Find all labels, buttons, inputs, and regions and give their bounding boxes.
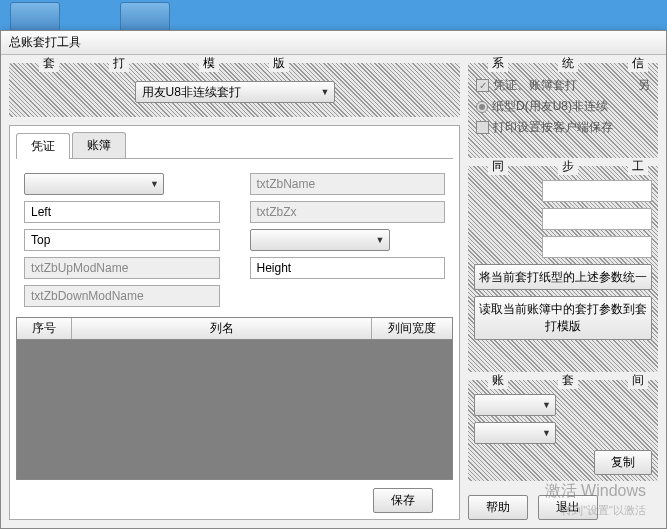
system-group: 系 统 信 ✓ 凭证、账簿套打 另 纸型D(用友U8)非连续 打印设置按客户端保… — [468, 63, 658, 158]
checkbox-taoda-label: 凭证、账簿套打 — [493, 77, 577, 94]
grid-header-colname[interactable]: 列名 — [72, 318, 372, 339]
read-params-button[interactable]: 读取当前账簿中的套打参数到套打模版 — [474, 296, 652, 340]
group-label: 套 — [558, 372, 578, 389]
sync-input-3[interactable] — [542, 236, 652, 258]
downmod-input: txtZbDownModName — [24, 285, 220, 307]
extra-label: 另 — [638, 77, 650, 94]
group-label: 版 — [269, 55, 289, 72]
group-label: 账 — [488, 372, 508, 389]
footer-buttons: 帮助 退出 — [468, 489, 658, 520]
blank-select[interactable] — [250, 229, 390, 251]
copy-button[interactable]: 复制 — [594, 450, 652, 475]
group-label: 套 — [39, 55, 59, 72]
checkbox-client-save-label: 打印设置按客户端保存 — [493, 119, 613, 136]
template-group: 套 打 模 版 用友U8非连续套打 — [9, 63, 460, 117]
group-label: 打 — [109, 55, 129, 72]
height-input[interactable]: Height — [250, 257, 446, 279]
template-select[interactable]: 用友U8非连续套打 — [135, 81, 335, 103]
group-label: 步 — [558, 158, 578, 175]
tab-book[interactable]: 账簿 — [72, 132, 126, 158]
desktop-icon[interactable] — [10, 2, 60, 32]
sync-group: 同 步 工 将当前套打纸型的上述参数统一 读取当前账簿中的套打参数到套打模版 — [468, 166, 658, 372]
main-window: 总账套打工具 套 打 模 版 用友U8非连续套打 凭证 账簿 — [0, 30, 667, 529]
checkbox-client-save[interactable] — [476, 121, 489, 134]
top-input[interactable]: Top — [24, 229, 220, 251]
copy-select-1[interactable] — [474, 394, 556, 416]
tabs: 凭证 账簿 — [16, 132, 453, 159]
sub-select[interactable] — [24, 173, 164, 195]
grid-header-seq[interactable]: 序号 — [17, 318, 72, 339]
unify-params-button[interactable]: 将当前套打纸型的上述参数统一 — [474, 264, 652, 291]
sync-input-1[interactable] — [542, 180, 652, 202]
titlebar: 总账套打工具 — [1, 31, 666, 55]
radio-papertype[interactable] — [476, 101, 488, 113]
fields-area: Left Top txtZbUpModName txtZbDownModName… — [16, 159, 453, 317]
left-input[interactable]: Left — [24, 201, 220, 223]
help-button[interactable]: 帮助 — [468, 495, 528, 520]
desktop-icon[interactable] — [120, 2, 170, 32]
group-label: 同 — [488, 158, 508, 175]
columns-grid: 序号 列名 列间宽度 — [16, 317, 453, 480]
checkbox-taoda[interactable]: ✓ — [476, 79, 489, 92]
copy-group: 账 套 间 复制 — [468, 380, 658, 481]
desktop-icons — [10, 2, 170, 32]
group-label: 系 — [488, 55, 508, 72]
main-panel: 凭证 账簿 Left Top txtZbUpModName txtZbDownM… — [9, 125, 460, 520]
group-label: 工 — [628, 158, 648, 175]
grid-body[interactable] — [17, 340, 452, 479]
group-label: 信 — [628, 55, 648, 72]
upmod-input: txtZbUpModName — [24, 257, 220, 279]
grid-header-width[interactable]: 列间宽度 — [372, 318, 452, 339]
zbname-input: txtZbName — [250, 173, 446, 195]
tab-voucher[interactable]: 凭证 — [16, 133, 70, 159]
exit-button[interactable]: 退出 — [538, 495, 598, 520]
group-label: 统 — [558, 55, 578, 72]
zbzx-input: txtZbZx — [250, 201, 446, 223]
window-title: 总账套打工具 — [9, 34, 81, 51]
group-label: 模 — [199, 55, 219, 72]
copy-select-2[interactable] — [474, 422, 556, 444]
save-button[interactable]: 保存 — [373, 488, 433, 513]
grid-header: 序号 列名 列间宽度 — [17, 318, 452, 340]
group-label: 间 — [628, 372, 648, 389]
sync-input-2[interactable] — [542, 208, 652, 230]
radio-papertype-label: 纸型D(用友U8)非连续 — [492, 98, 608, 115]
template-select-value: 用友U8非连续套打 — [142, 84, 241, 101]
